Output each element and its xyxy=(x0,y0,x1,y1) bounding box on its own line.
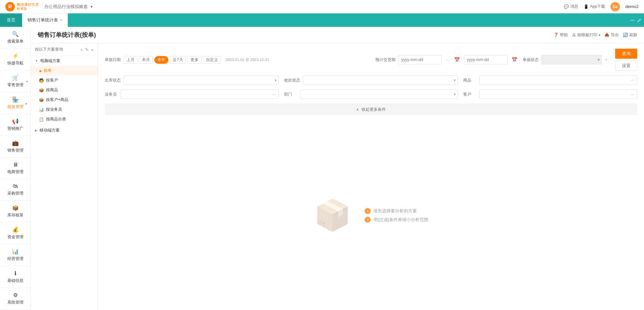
date-btn-custom[interactable]: 自定义 xyxy=(203,56,221,64)
collapse-panel-btn[interactable]: « xyxy=(91,47,94,52)
sidebar-item-ecom[interactable]: 🖥 电商管理 xyxy=(0,158,31,179)
window-minimize-icon[interactable]: ─ xyxy=(631,17,634,23)
dept-select[interactable] xyxy=(300,90,458,99)
expected-date-start[interactable] xyxy=(398,55,442,64)
expected-date-end[interactable] xyxy=(464,55,507,64)
tab-home[interactable]: 首页 xyxy=(0,13,22,27)
customer-input-wrap[interactable]: ··· xyxy=(479,90,637,99)
date-sep-icon: — xyxy=(446,57,450,62)
stock-status-item: 出库状态 ▾ xyxy=(105,75,279,85)
date-btn-last-month[interactable]: 上月 xyxy=(123,56,138,64)
filter-row-1: 单据日期 上月 本月 本年 近7天 更多 自定义 2023-01-01 至 20… xyxy=(105,49,637,71)
tab-sales-order[interactable]: 销售订单统计表 × xyxy=(22,13,68,27)
tree-item-by-goods-cat[interactable]: 📋 按商品分类 xyxy=(31,114,98,124)
tab-close-btn[interactable]: × xyxy=(60,18,62,22)
empty-tips: 1 请先选择要分析的方案 2 用[过滤]条件来缩小分析范围 xyxy=(365,208,428,223)
tree-mobile-group[interactable]: ▶ 移动端方案 xyxy=(31,125,98,135)
goods-more-icon[interactable]: ··· xyxy=(631,78,634,83)
customer-more-icon[interactable]: ··· xyxy=(631,92,634,97)
payment-status-label: 收款状态 xyxy=(284,78,300,83)
tip-num-2: 2 xyxy=(365,217,371,223)
purchase-icon: 🛍 xyxy=(13,183,18,189)
top-bar-title: 办公用品行业模拟账套 xyxy=(44,4,88,10)
message-btn[interactable]: 💬 消息 xyxy=(564,4,578,9)
tip-num-1: 1 xyxy=(365,208,371,214)
avatar[interactable]: Ea xyxy=(610,2,620,11)
status-dropdown-icon: ▾ xyxy=(605,57,607,62)
date-btns: 上月 本月 本年 近7天 更多 自定义 xyxy=(123,56,221,64)
page-title: 销售订单统计表(按单) xyxy=(38,31,96,43)
date-btn-more[interactable]: 更多 xyxy=(187,56,202,64)
user-name[interactable]: demo2 xyxy=(625,4,639,9)
salesman-label: 业务员 xyxy=(105,92,118,97)
stock-status-select[interactable] xyxy=(123,75,279,85)
calendar-start-icon[interactable]: 📅 xyxy=(454,57,460,62)
tree-item-by-salesman[interactable]: 📊 按业务员 xyxy=(31,105,98,114)
sidebar-item-quick-nav[interactable]: ⚡ 快捷导航 xyxy=(0,49,31,70)
download-icon: 📱 xyxy=(584,4,589,9)
export-icon: 📤 xyxy=(604,33,609,37)
tree-item-by-customer[interactable]: 🧑 按客户 xyxy=(31,75,98,85)
app-download-btn[interactable]: 📱 App下载 xyxy=(584,4,605,9)
inventory-icon: 📦 xyxy=(12,205,19,211)
sidebar-item-sys[interactable]: ⚙ 系统管理 xyxy=(0,288,31,310)
status-select-wrap xyxy=(541,55,602,64)
by-cust-goods-icon: 📦 xyxy=(39,98,44,102)
salesman-more-icon[interactable]: ··· xyxy=(272,92,276,97)
ecom-icon: 🖥 xyxy=(13,162,18,168)
left-panel-header: 按以下方案查询 + ✎ « xyxy=(31,43,98,56)
customer-input[interactable] xyxy=(482,92,631,97)
salesman-item: 业务员 ··· xyxy=(105,90,279,99)
add-scheme-btn[interactable]: + xyxy=(80,47,83,52)
logo-text: 畅捷通好生意 标准版 xyxy=(17,2,39,11)
wholesale-arrow: ▲ xyxy=(24,101,28,105)
calendar-end-icon[interactable]: 📅 xyxy=(512,57,517,62)
sidebar-item-wholesale[interactable]: 🏪 批发管理 ▲ xyxy=(0,92,31,114)
date-btn-this-year[interactable]: 本年 xyxy=(154,56,168,64)
goods-input-wrap[interactable]: ··· xyxy=(479,75,637,85)
tree-item-by-order[interactable]: ● 按单 xyxy=(31,66,98,75)
tree-desktop-group: ▼ 电脑端方案 xyxy=(31,56,98,66)
title-dropdown-btn[interactable]: ▾ xyxy=(91,4,93,9)
page-header: 销售订单统计表(按单) ❓ 帮助 🖨 按模板打印 ▾ 📤 导出 🔄 刷新 xyxy=(31,27,644,43)
sidebar-item-search-menu[interactable]: 🔍 搜索菜单 xyxy=(0,27,31,49)
date-filter-group: 单据日期 上月 本月 本年 近7天 更多 自定义 2023-01-01 至 20… xyxy=(105,56,269,64)
window-maximize-icon[interactable]: ⤢ xyxy=(637,17,641,23)
edit-scheme-btn[interactable]: ✎ xyxy=(85,47,89,52)
status-label: 单据状态 xyxy=(523,57,539,63)
date-btn-this-month[interactable]: 本月 xyxy=(139,56,153,64)
tab-bar-actions: ─ ⤢ xyxy=(631,17,644,23)
sidebar-item-basic[interactable]: ℹ 基础信息 xyxy=(0,266,31,288)
dept-label: 部门 xyxy=(284,92,298,97)
by-order-icon: ● xyxy=(39,68,42,73)
left-panel-icons: + ✎ « xyxy=(80,47,94,52)
logo-area: 好 畅捷通好生意 标准版 xyxy=(5,2,39,11)
sidebar-item-ops[interactable]: 📊 经营管理 xyxy=(0,244,31,266)
refresh-btn[interactable]: 🔄 刷新 xyxy=(623,32,637,38)
sidebar-item-sales[interactable]: 💼 销售管理 xyxy=(0,136,31,158)
date-btn-last7[interactable]: 近7天 xyxy=(170,56,186,64)
export-btn[interactable]: 📤 导出 xyxy=(604,32,619,38)
dept-item: 部门 ▾ xyxy=(284,90,458,99)
sidebar-item-finance[interactable]: 💰 资金管理 xyxy=(0,222,31,244)
sidebar-item-retail[interactable]: 🛒 零售管理 ▾ xyxy=(0,70,31,92)
sidebar-item-marketing[interactable]: 📢 营销推广 xyxy=(0,114,31,136)
collapse-bar[interactable]: ∧ 收起更多条件 xyxy=(105,104,637,115)
collapse-label: 收起更多条件 xyxy=(362,107,386,112)
help-btn[interactable]: ❓ 帮助 xyxy=(553,32,568,38)
goods-input[interactable] xyxy=(482,78,631,83)
tree-desktop-label: 电脑端方案 xyxy=(40,58,60,64)
salesman-input-wrap[interactable]: ··· xyxy=(121,90,279,99)
empty-illustration: 📦 xyxy=(314,198,351,233)
payment-status-select[interactable] xyxy=(303,75,458,85)
salesman-input[interactable] xyxy=(124,92,272,97)
sidebar-item-inventory[interactable]: 📦 库存核算 xyxy=(0,201,31,222)
query-btn[interactable]: 查询 xyxy=(615,49,637,59)
tree-item-by-cust-goods[interactable]: 📦 按客户+商品 xyxy=(31,95,98,105)
print-btn[interactable]: 🖨 按模板打印 ▾ xyxy=(572,32,600,38)
sidebar-item-purchase[interactable]: 🛍 采购管理 xyxy=(0,179,31,201)
tree-item-by-goods[interactable]: 📦 按商品 xyxy=(31,85,98,95)
settings-btn[interactable]: 设置 xyxy=(615,61,637,71)
status-select[interactable] xyxy=(541,55,602,64)
filter-area: 单据日期 上月 本月 本年 近7天 更多 自定义 2023-01-01 至 20… xyxy=(98,43,644,120)
